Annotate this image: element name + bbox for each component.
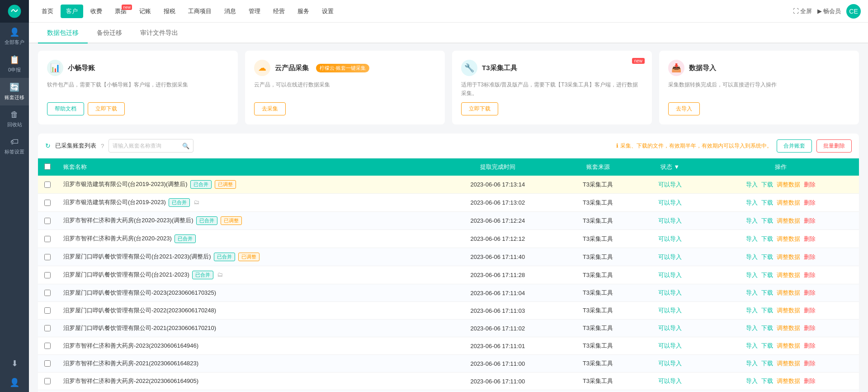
adjust-action[interactable]: 调整数据 — [777, 342, 800, 349]
search-input[interactable] — [113, 143, 180, 149]
delete-action[interactable]: 删除 — [804, 235, 816, 242]
download-action[interactable]: 下载 — [761, 199, 773, 206]
merge-account-button[interactable]: 合并账套 — [777, 139, 812, 153]
nav-home[interactable]: 首页 — [36, 5, 59, 18]
delete-action[interactable]: 删除 — [804, 342, 816, 349]
row-checkbox[interactable] — [44, 236, 51, 242]
download-now-button-3[interactable]: 立即下载 — [461, 102, 498, 115]
sidebar-item-tag-settings[interactable]: 🏷 标签设置 — [0, 133, 29, 160]
import-action[interactable]: 导入 — [746, 307, 758, 314]
batch-delete-button[interactable]: 批量删除 — [816, 139, 852, 153]
file-icon[interactable]: 🗂 — [193, 199, 199, 206]
fullscreen-button[interactable]: ⛶ 全屏 — [793, 7, 812, 15]
download-action[interactable]: 下载 — [761, 253, 773, 260]
adjust-action[interactable]: 调整数据 — [777, 217, 800, 224]
download-action[interactable]: 下载 — [761, 181, 773, 188]
delete-action[interactable]: 删除 — [804, 199, 816, 206]
delete-action[interactable]: 删除 — [804, 307, 816, 314]
adjust-action[interactable]: 调整数据 — [777, 360, 800, 367]
help-icon[interactable]: ? — [101, 143, 104, 149]
delete-action[interactable]: 删除 — [804, 378, 816, 384]
import-action[interactable]: 导入 — [746, 289, 758, 296]
nav-billing[interactable]: 收费 — [85, 5, 108, 18]
tab-audit-export[interactable]: 审计文件导出 — [131, 23, 187, 43]
sidebar-item-recycle-bin[interactable]: 🗑 回收站 — [0, 105, 29, 133]
help-doc-button[interactable]: 帮助文档 — [47, 102, 84, 115]
app-logo[interactable] — [0, 0, 29, 23]
delete-action[interactable]: 删除 — [804, 253, 816, 260]
download-action[interactable]: 下载 — [761, 272, 773, 278]
row-checkbox[interactable] — [44, 290, 51, 296]
nav-messages[interactable]: 消息 — [219, 5, 241, 18]
tab-backup-migration[interactable]: 备份迁移 — [88, 23, 131, 43]
sidebar-item-download[interactable]: ⬇ — [0, 354, 29, 373]
user-avatar[interactable]: CE — [846, 4, 861, 19]
row-checkbox[interactable] — [44, 254, 51, 260]
sidebar-item-account-migration[interactable]: 🔄 账套迁移 — [0, 78, 29, 105]
row-checkbox[interactable] — [44, 343, 51, 349]
adjust-action[interactable]: 调整数据 — [777, 378, 800, 384]
search-submit-icon[interactable]: 🔍 — [182, 143, 189, 149]
row-checkbox[interactable] — [44, 272, 51, 278]
go-import-button[interactable]: 去导入 — [668, 102, 700, 115]
row-checkbox[interactable] — [44, 218, 51, 224]
nav-business[interactable]: 工商项目 — [183, 5, 217, 18]
file-icon[interactable]: 🗂 — [217, 271, 223, 278]
download-action[interactable]: 下载 — [761, 325, 773, 331]
nav-management[interactable]: 管理 — [243, 5, 266, 18]
import-action[interactable]: 导入 — [746, 235, 758, 242]
download-action[interactable]: 下载 — [761, 342, 773, 349]
go-collect-button[interactable]: 去采集 — [254, 102, 286, 115]
nav-operations[interactable]: 经营 — [268, 5, 290, 18]
download-action[interactable]: 下载 — [761, 360, 773, 367]
adjust-action[interactable]: 调整数据 — [777, 181, 800, 188]
import-action[interactable]: 导入 — [746, 199, 758, 206]
import-action[interactable]: 导入 — [746, 325, 758, 331]
download-action[interactable]: 下载 — [761, 378, 773, 384]
delete-action[interactable]: 删除 — [804, 360, 816, 367]
sidebar-item-zero-report[interactable]: 📋 0申报 — [0, 50, 29, 78]
nav-invoices[interactable]: 票据 new — [109, 5, 132, 18]
adjust-action[interactable]: 调整数据 — [777, 272, 800, 278]
import-action[interactable]: 导入 — [746, 342, 758, 349]
row-checkbox[interactable] — [44, 182, 51, 188]
row-checkbox[interactable] — [44, 307, 51, 314]
download-now-button-1[interactable]: 立即下载 — [88, 102, 125, 115]
sidebar-item-all-clients[interactable]: 👤 全部客户 — [0, 23, 29, 50]
adjust-action[interactable]: 调整数据 — [777, 253, 800, 260]
adjust-action[interactable]: 调整数据 — [777, 235, 800, 242]
import-action[interactable]: 导入 — [746, 272, 758, 278]
adjust-action[interactable]: 调整数据 — [777, 325, 800, 331]
download-action[interactable]: 下载 — [761, 217, 773, 224]
nav-clients[interactable]: 客户 — [61, 5, 83, 18]
tab-data-migration[interactable]: 数据包迁移 — [38, 23, 88, 43]
nav-settings[interactable]: 设置 — [316, 5, 339, 18]
select-all-checkbox[interactable] — [44, 163, 51, 170]
nav-services[interactable]: 服务 — [292, 5, 315, 18]
delete-action[interactable]: 删除 — [804, 181, 816, 188]
download-action[interactable]: 下载 — [761, 289, 773, 296]
adjust-action[interactable]: 调整数据 — [777, 289, 800, 296]
import-action[interactable]: 导入 — [746, 181, 758, 188]
import-action[interactable]: 导入 — [746, 360, 758, 367]
nav-bookkeeping[interactable]: 记账 — [134, 5, 156, 18]
row-checkbox[interactable] — [44, 378, 51, 384]
download-action[interactable]: 下载 — [761, 235, 773, 242]
import-action[interactable]: 导入 — [746, 253, 758, 260]
adjust-action[interactable]: 调整数据 — [777, 199, 800, 206]
row-checkbox[interactable] — [44, 360, 51, 367]
row-checkbox[interactable] — [44, 325, 51, 331]
delete-action[interactable]: 删除 — [804, 325, 816, 331]
member-button[interactable]: ▶ 畅会员 — [817, 7, 841, 15]
refresh-icon[interactable]: ↻ — [45, 142, 51, 149]
delete-action[interactable]: 删除 — [804, 217, 816, 224]
import-action[interactable]: 导入 — [746, 378, 758, 384]
adjust-action[interactable]: 调整数据 — [777, 307, 800, 314]
sidebar-item-user-settings[interactable]: 👤 — [0, 373, 29, 392]
delete-action[interactable]: 删除 — [804, 272, 816, 278]
download-action[interactable]: 下载 — [761, 307, 773, 314]
nav-tax[interactable]: 报税 — [158, 5, 181, 18]
row-checkbox[interactable] — [44, 200, 51, 206]
delete-action[interactable]: 删除 — [804, 289, 816, 296]
import-action[interactable]: 导入 — [746, 217, 758, 224]
